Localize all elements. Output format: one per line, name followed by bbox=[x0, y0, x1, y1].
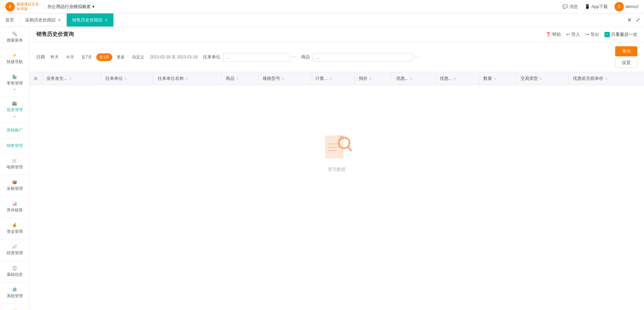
chevron-down-icon: ▾ bbox=[14, 88, 15, 91]
page-header: 销售历史价查询 ❓ 帮助 ↩ 导入 ↪ 导出 ✓ 只看最后一次 bbox=[30, 27, 644, 42]
sort-icon-unit: ⇅ bbox=[329, 77, 332, 81]
sidebar-item-search[interactable]: 🔍 搜索菜单 bbox=[0, 27, 29, 48]
sidebar-item-purchase[interactable]: 📦 采购管理 bbox=[0, 175, 29, 197]
product-label: 商品 bbox=[301, 54, 310, 60]
ecommerce-icon: 🛒 bbox=[12, 158, 17, 163]
sidebar-sub-sales[interactable]: 销售管理 bbox=[0, 138, 29, 154]
column-settings-icon[interactable]: ⚙ bbox=[34, 76, 38, 81]
date-btn-yesterday[interactable]: 昨天 bbox=[48, 53, 62, 61]
operations-icon: 📈 bbox=[12, 244, 17, 249]
app-download-button[interactable]: 📱 App下载 bbox=[585, 4, 608, 10]
top-bar-left: 6 畅捷通好生意 标准版 办公用品行业模拟账套 ▾ bbox=[5, 2, 97, 11]
inventory-icon: 📊 bbox=[12, 201, 17, 206]
sidebar-item-ecommerce[interactable]: 🛒 电商管理 bbox=[0, 154, 29, 175]
empty-state-row: 暂无数据 bbox=[30, 85, 644, 220]
sidebar-item-wholesale[interactable]: 🏬 批发管理 ▴ bbox=[0, 96, 29, 123]
sidebar-sub-marketing[interactable]: 营销推广 bbox=[0, 123, 29, 138]
sidebar: 🔍 搜索菜单 ⚡ 快捷导航 🏪 零售管理 ▾ 🏬 批发管理 ▴ 营销推广 销售管… bbox=[0, 27, 30, 310]
maximize-window-button[interactable]: ⤢ bbox=[634, 15, 641, 24]
partner-input-container: ··· bbox=[223, 53, 296, 61]
tab-sales-history[interactable]: 销售历史价跟踪 ✕ bbox=[67, 13, 114, 27]
sidebar-item-enterprise[interactable]: 🤝 企业协同 bbox=[0, 304, 29, 310]
import-icon: ↩ bbox=[566, 32, 570, 37]
settings-button[interactable]: 设置 bbox=[615, 58, 637, 68]
sort-icon-partner-code: ⇅ bbox=[124, 77, 127, 81]
date-btn-more[interactable]: 更多 bbox=[114, 53, 128, 61]
sort-icon-spec: ⇅ bbox=[281, 77, 284, 81]
col-quantity[interactable]: 数量 ⇅ bbox=[479, 72, 516, 85]
tab-home[interactable]: 首页 bbox=[0, 13, 20, 27]
table-container: ⚙ 业务发生... ⇅ 往来单位 ⇅ bbox=[30, 72, 644, 310]
date-filter-group: 日期 昨天 今天 近7天 近1月 更多 自定义 2023-02-18 至 202… bbox=[36, 53, 198, 61]
partner-search-icon[interactable]: ··· bbox=[291, 54, 296, 60]
table-body: 暂无数据 bbox=[30, 85, 644, 220]
shortcut-icon: ⚡ bbox=[12, 53, 17, 58]
wholesale-icon: 🏬 bbox=[12, 101, 17, 106]
close-window-button[interactable]: ✕ bbox=[626, 15, 633, 24]
col-product[interactable]: 商品 ⇅ bbox=[221, 72, 259, 85]
col-partner-name[interactable]: 往来单位名称 ⇅ bbox=[154, 72, 221, 85]
help-button[interactable]: ❓ 帮助 bbox=[545, 32, 561, 38]
nav-tabs: 首页 采购历史价跟踪 ✕ 销售历史价跟踪 ✕ ✕ ⤢ bbox=[0, 13, 644, 27]
top-bar-right: 💬 消息 📱 App下载 D demo2 bbox=[562, 2, 639, 11]
col-partner-code[interactable]: 往来单位 ⇅ bbox=[101, 72, 154, 85]
col-settings: ⚙ bbox=[30, 72, 42, 85]
top-bar: 6 畅捷通好生意 标准版 办公用品行业模拟账套 ▾ 💬 消息 📱 App下载 D… bbox=[0, 0, 644, 13]
date-range-display: 2023-02-18 至 2023-03-18 bbox=[150, 54, 197, 60]
svg-line-7 bbox=[348, 147, 351, 151]
sort-icon-partner-name: ⇅ bbox=[185, 77, 188, 81]
sidebar-item-system[interactable]: ⚙️ 系统管理 bbox=[0, 282, 29, 304]
date-btn-custom[interactable]: 自定义 bbox=[129, 53, 147, 61]
sidebar-item-retail[interactable]: 🏪 零售管理 ▾ bbox=[0, 70, 29, 96]
date-btn-7days[interactable]: 近7天 bbox=[78, 53, 95, 61]
sidebar-item-operations[interactable]: 📈 经营管理 bbox=[0, 240, 29, 261]
only-last-checkbox[interactable]: ✓ bbox=[604, 32, 610, 37]
sort-icon-discount2: ⇅ bbox=[453, 77, 456, 81]
close-tab-purchase[interactable]: ✕ bbox=[58, 18, 61, 22]
partner-input[interactable] bbox=[223, 53, 290, 61]
sidebar-item-finance[interactable]: 💰 资金管理 bbox=[0, 218, 29, 240]
col-discount1[interactable]: 优惠... ⇅ bbox=[392, 72, 435, 85]
tab-purchase-history[interactable]: 采购历史价跟踪 ✕ bbox=[20, 13, 67, 27]
sort-icon-product: ⇅ bbox=[236, 77, 238, 81]
date-btn-today[interactable]: 今天 bbox=[63, 53, 77, 61]
company-selector[interactable]: 办公用品行业模拟账套 ▾ bbox=[44, 4, 97, 10]
query-button[interactable]: 查询 bbox=[615, 46, 637, 56]
col-date[interactable]: 业务发生... ⇅ bbox=[42, 72, 101, 85]
sidebar-item-basic-info[interactable]: 📋 基础信息 bbox=[0, 261, 29, 282]
system-icon: ⚙️ bbox=[12, 287, 17, 292]
col-discount2[interactable]: 优惠... ⇅ bbox=[435, 72, 479, 85]
sort-icon-price: ⇅ bbox=[369, 77, 372, 81]
only-last-checkbox-label[interactable]: ✓ 只看最后一次 bbox=[604, 32, 637, 38]
col-trade-type[interactable]: 交易类型 ⇅ bbox=[516, 72, 569, 85]
product-search-icon[interactable]: ··· bbox=[415, 54, 419, 60]
date-buttons: 昨天 今天 近7天 近1月 更多 自定义 bbox=[48, 53, 147, 61]
sort-icon-pretax-price: ⇅ bbox=[605, 77, 607, 81]
message-button[interactable]: 💬 消息 bbox=[562, 4, 578, 10]
search-icon: 🔍 bbox=[12, 32, 17, 36]
product-input-container: ··· bbox=[313, 53, 419, 61]
date-btn-1month[interactable]: 近1月 bbox=[96, 53, 113, 61]
empty-illustration bbox=[320, 132, 354, 162]
export-button[interactable]: ↪ 导出 bbox=[585, 32, 599, 38]
sort-icon-trade-type: ⇅ bbox=[539, 77, 542, 81]
import-button[interactable]: ↩ 导入 bbox=[566, 32, 580, 38]
finance-icon: 💰 bbox=[12, 223, 17, 227]
filter-bar: 日期 昨天 今天 近7天 近1月 更多 自定义 2023-02-18 至 202… bbox=[30, 42, 644, 72]
export-icon: ↪ bbox=[585, 32, 589, 37]
col-unit[interactable]: 计量... ⇅ bbox=[311, 72, 355, 85]
user-profile[interactable]: D demo2 bbox=[614, 2, 639, 11]
col-pretax-price[interactable]: 优惠前无税单价 ⇅ bbox=[569, 72, 644, 85]
close-tab-sales[interactable]: ✕ bbox=[105, 18, 108, 22]
tab-window-controls: ✕ ⤢ bbox=[623, 13, 644, 27]
product-input[interactable] bbox=[313, 53, 413, 61]
sort-icon-date: ⇅ bbox=[69, 77, 71, 81]
sidebar-item-shortcuts[interactable]: ⚡ 快捷导航 bbox=[0, 48, 29, 70]
col-price[interactable]: 报价 ⇅ bbox=[355, 72, 392, 85]
data-table: ⚙ 业务发生... ⇅ 往来单位 ⇅ bbox=[30, 72, 644, 219]
partner-filter-group: 往来单位 ··· bbox=[203, 53, 296, 61]
avatar: D bbox=[614, 2, 624, 11]
sidebar-item-inventory[interactable]: 📊 库存核算 bbox=[0, 197, 29, 218]
col-spec[interactable]: 规格型号 ⇅ bbox=[259, 72, 311, 85]
enterprise-icon: 🤝 bbox=[12, 309, 17, 310]
